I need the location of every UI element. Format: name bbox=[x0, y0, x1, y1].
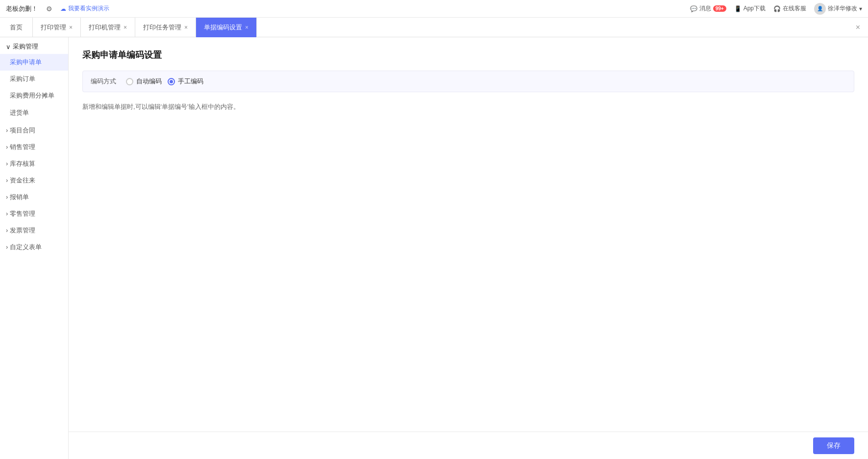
radio-manual-encoding[interactable]: 手工编码 bbox=[168, 77, 203, 86]
sidebar-item-retail-mgmt[interactable]: › 零售管理 bbox=[0, 204, 68, 221]
sidebar-item-inventory[interactable]: › 库存核算 bbox=[0, 154, 68, 171]
tab-print-mgmt-close[interactable]: × bbox=[69, 24, 73, 31]
tab-print-task-mgmt-close[interactable]: × bbox=[184, 24, 188, 31]
app-download-button[interactable]: 📱 App下载 bbox=[734, 4, 766, 13]
tab-home-label: 首页 bbox=[10, 23, 23, 32]
radio-manual-circle bbox=[168, 78, 175, 85]
encoding-row: 编码方式 自动编码 手工编码 bbox=[82, 71, 854, 92]
hint-text: 新增和编辑单据时,可以编辑'单据编号'输入框中的内容。 bbox=[82, 102, 854, 112]
sidebar-item-custom-forms[interactable]: › 自定义表单 bbox=[0, 238, 68, 255]
radio-auto-label: 自动编码 bbox=[136, 77, 162, 86]
chevron-right-icon-5: › bbox=[6, 193, 8, 201]
sidebar: ∨ 采购管理 采购申请单 采购订单 采购费用分摊单 进货单 › 项目合同 › 销… bbox=[0, 37, 69, 459]
chevron-right-icon-4: › bbox=[6, 177, 8, 184]
tab-voucher-code-close[interactable]: × bbox=[245, 24, 248, 31]
top-bar-right: 💬 消息 99+ 📱 App下载 🎧 在线客服 👤 徐泽华修改 ▾ bbox=[690, 3, 862, 15]
sidebar-item-project-contract[interactable]: › 项目合同 bbox=[0, 121, 68, 138]
chevron-right-icon-6: › bbox=[6, 210, 8, 217]
chevron-right-icon-3: › bbox=[6, 160, 8, 167]
demo-link[interactable]: ☁ 我要看实例演示 bbox=[60, 4, 109, 13]
messages-button[interactable]: 💬 消息 99+ bbox=[690, 4, 726, 13]
sidebar-item-invoice-mgmt[interactable]: › 发票管理 bbox=[0, 221, 68, 238]
tab-print-task-mgmt[interactable]: 打印任务管理 × bbox=[135, 18, 196, 37]
radio-auto-circle bbox=[126, 78, 133, 85]
sidebar-item-incoming[interactable]: 进货单 bbox=[0, 104, 68, 121]
app-download-label: App下载 bbox=[744, 4, 766, 13]
tab-printer-mgmt-label: 打印机管理 bbox=[89, 23, 121, 32]
sidebar-item-returns[interactable]: › 报销单 bbox=[0, 188, 68, 204]
chevron-right-icon-8: › bbox=[6, 243, 8, 251]
sidebar-item-sales-mgmt[interactable]: › 销售管理 bbox=[0, 138, 68, 154]
online-service-button[interactable]: 🎧 在线客服 bbox=[773, 4, 806, 13]
message-icon: 💬 bbox=[690, 5, 697, 12]
top-bar: 老板勿删！ ⚙ ☁ 我要看实例演示 💬 消息 99+ 📱 App下载 🎧 在线客… bbox=[0, 0, 868, 18]
sidebar-group-purchase-label: 采购管理 bbox=[13, 42, 38, 51]
sidebar-group-purchase-title[interactable]: ∨ 采购管理 bbox=[0, 37, 68, 54]
avatar: 👤 bbox=[814, 3, 826, 15]
user-dropdown-icon: ▾ bbox=[859, 5, 862, 12]
service-icon: 🎧 bbox=[773, 5, 781, 12]
save-button[interactable]: 保存 bbox=[813, 437, 854, 454]
page-title: 采购申请单编码设置 bbox=[82, 49, 854, 61]
tab-bar-close-button[interactable]: × bbox=[856, 23, 868, 32]
app-icon: 📱 bbox=[734, 5, 742, 12]
online-service-label: 在线客服 bbox=[783, 4, 806, 13]
tab-voucher-code-label: 单据编码设置 bbox=[204, 23, 242, 32]
tab-print-mgmt-label: 打印管理 bbox=[41, 23, 66, 32]
top-bar-left: 老板勿删！ ⚙ ☁ 我要看实例演示 bbox=[6, 3, 109, 14]
chevron-right-icon-2: › bbox=[6, 143, 8, 151]
chevron-right-icon-7: › bbox=[6, 227, 8, 234]
demo-text: 我要看实例演示 bbox=[68, 4, 109, 13]
tab-bar: 首页 打印管理 × 打印机管理 × 打印任务管理 × 单据编码设置 × × bbox=[0, 18, 868, 37]
user-menu[interactable]: 👤 徐泽华修改 ▾ bbox=[814, 3, 862, 15]
settings-icon[interactable]: ⚙ bbox=[44, 3, 54, 14]
radio-auto-encoding[interactable]: 自动编码 bbox=[126, 77, 162, 86]
tab-print-task-mgmt-label: 打印任务管理 bbox=[143, 23, 181, 32]
main-content: 采购申请单编码设置 编码方式 自动编码 手工编码 新增和编辑单据时,可以编辑'单… bbox=[69, 37, 868, 459]
tab-home[interactable]: 首页 bbox=[0, 18, 33, 37]
chevron-right-icon: › bbox=[6, 127, 8, 134]
brand-text: 老板勿删！ bbox=[6, 4, 38, 13]
messages-badge: 99+ bbox=[713, 5, 726, 12]
tab-printer-mgmt[interactable]: 打印机管理 × bbox=[81, 18, 135, 37]
encoding-label: 编码方式 bbox=[91, 77, 116, 86]
sidebar-item-purchase-expense[interactable]: 采购费用分摊单 bbox=[0, 87, 68, 104]
sidebar-item-purchase-order[interactable]: 采购订单 bbox=[0, 71, 68, 87]
sidebar-item-purchase-request[interactable]: 采购申请单 bbox=[0, 54, 68, 71]
messages-label: 消息 bbox=[699, 4, 711, 13]
sidebar-group-purchase: ∨ 采购管理 采购申请单 采购订单 采购费用分摊单 进货单 bbox=[0, 37, 68, 121]
tab-printer-mgmt-close[interactable]: × bbox=[124, 24, 127, 31]
tab-print-mgmt[interactable]: 打印管理 × bbox=[33, 18, 81, 37]
user-name: 徐泽华修改 bbox=[828, 4, 857, 13]
main-layout: ∨ 采购管理 采购申请单 采购订单 采购费用分摊单 进货单 › 项目合同 › 销… bbox=[0, 37, 868, 459]
content-area: 采购申请单编码设置 编码方式 自动编码 手工编码 新增和编辑单据时,可以编辑'单… bbox=[69, 37, 868, 432]
tab-voucher-code[interactable]: 单据编码设置 × bbox=[196, 18, 257, 37]
radio-manual-label: 手工编码 bbox=[178, 77, 203, 86]
sidebar-item-capital[interactable]: › 资金往来 bbox=[0, 171, 68, 188]
footer-bar: 保存 bbox=[69, 432, 868, 459]
chevron-down-icon: ∨ bbox=[6, 43, 11, 51]
